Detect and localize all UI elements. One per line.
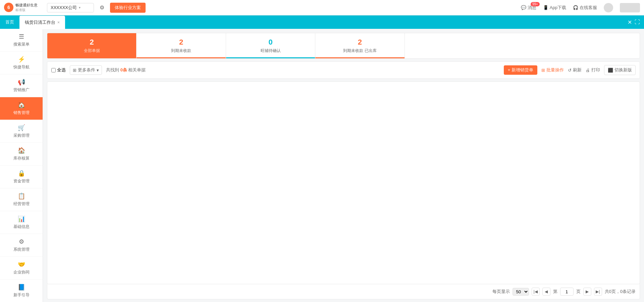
sidebar-item-enterprise[interactable]: 🤝 企业协同 bbox=[0, 257, 43, 280]
sidebar-label-sales: 销售管理 bbox=[13, 110, 30, 116]
sidebar-item-search-menu[interactable]: ☰ 搜索菜单 bbox=[0, 29, 43, 52]
sidebar-label-enterprise: 企业协同 bbox=[13, 269, 30, 275]
sidebar: ☰ 搜索菜单 ⚡ 快捷导航 📢 营销推广 🏠 销售管理 🛒 采购管理 🏠 库存核… bbox=[0, 29, 43, 302]
select-all-checkbox[interactable]: 全选 bbox=[51, 67, 66, 73]
per-page-select[interactable]: 50 bbox=[513, 288, 529, 296]
stats-spacer bbox=[405, 33, 640, 58]
page-input[interactable] bbox=[560, 288, 574, 296]
switch-version-button[interactable]: ⬛ 切换新版 bbox=[604, 65, 636, 75]
stat-card-all[interactable]: 2 全部单据 bbox=[47, 33, 137, 58]
found-suffix: 相关单据 bbox=[128, 67, 146, 72]
stat-underline-pending bbox=[226, 57, 315, 58]
main-content: 2 全部单据 2 到期未收款 0 旺辅待确认 2 到期未收款 已出库 bbox=[43, 29, 644, 302]
marketing-icon: 📢 bbox=[18, 78, 25, 86]
found-prefix: 共找到 bbox=[106, 67, 119, 72]
sidebar-item-quick-nav[interactable]: ⚡ 快捷导航 bbox=[0, 52, 43, 74]
search-menu-icon: ☰ bbox=[19, 33, 24, 40]
prev-page-button[interactable]: ◀ bbox=[542, 288, 550, 296]
tab-home-label: 首页 bbox=[5, 19, 14, 25]
trial-button[interactable]: 体验行业方案 bbox=[110, 3, 146, 13]
close-tab-icon[interactable]: × bbox=[57, 20, 60, 25]
next-page-button[interactable]: ▶ bbox=[583, 288, 591, 296]
enterprise-icon: 🤝 bbox=[18, 261, 25, 268]
refresh-button[interactable]: ↺ 刷新 bbox=[568, 67, 582, 73]
layout: ☰ 搜索菜单 ⚡ 快捷导航 📢 营销推广 🏠 销售管理 🛒 采购管理 🏠 库存核… bbox=[0, 29, 644, 302]
user-name-area bbox=[620, 3, 640, 12]
maximize-window-button[interactable]: ⛶ bbox=[635, 19, 640, 25]
system-icon: ⚙ bbox=[19, 238, 24, 245]
sidebar-item-basic-info[interactable]: 📊 基础信息 bbox=[0, 211, 43, 234]
switch-label: 切换新版 bbox=[614, 67, 632, 73]
table-area bbox=[47, 81, 640, 284]
stats-row: 2 全部单据 2 到期未收款 0 旺辅待确认 2 到期未收款 已出库 bbox=[47, 33, 640, 59]
stat-label-out: 到期未收款 已出库 bbox=[321, 48, 399, 54]
stat-label-pending: 旺辅待确认 bbox=[231, 48, 310, 54]
logo-text-block: 畅捷通好生意 标准版 bbox=[15, 3, 38, 12]
sidebar-item-purchase[interactable]: 🛒 采购管理 bbox=[0, 120, 43, 143]
print-button[interactable]: 🖨 打印 bbox=[586, 67, 600, 73]
refresh-label: 刷新 bbox=[573, 67, 582, 73]
select-all-input[interactable] bbox=[51, 68, 56, 72]
stat-card-out[interactable]: 2 到期未收款 已出库 bbox=[315, 33, 405, 58]
stat-number-overdue: 2 bbox=[142, 38, 220, 47]
logo-area: 6 畅捷通好生意 标准版 bbox=[4, 3, 47, 12]
pagination-summary: 共0页，0条记录 bbox=[605, 289, 636, 295]
refresh-icon: ↺ bbox=[568, 68, 572, 73]
stat-label-overdue: 到期未收款 bbox=[142, 48, 220, 54]
more-filters-button[interactable]: ⊞ 更多条件 ▾ bbox=[70, 65, 102, 75]
sidebar-item-sales[interactable]: 🏠 销售管理 bbox=[0, 97, 43, 120]
messages-button[interactable]: 💬 消息 99+ bbox=[521, 5, 536, 11]
company-name: XXXXXX公司 bbox=[51, 5, 77, 11]
stat-number-out: 2 bbox=[321, 38, 399, 47]
company-selector[interactable]: XXXXXX公司 ▾ bbox=[47, 3, 94, 12]
new-sales-order-button[interactable]: + 新增销货单 bbox=[504, 65, 537, 75]
logo-text: 畅捷通好生意 bbox=[15, 3, 38, 7]
stat-underline-out bbox=[315, 57, 404, 58]
inventory-icon: 🏠 bbox=[18, 147, 25, 154]
online-service-button[interactable]: 🎧 在线客服 bbox=[573, 5, 597, 11]
app-download-button[interactable]: 📱 App下载 bbox=[543, 5, 566, 11]
purchase-icon: 🛒 bbox=[18, 124, 25, 131]
sidebar-item-inventory[interactable]: 🏠 库存核算 bbox=[0, 143, 43, 166]
sidebar-item-operations[interactable]: 📋 经营管理 bbox=[0, 188, 43, 211]
nav-tabs: 首页 钱货日清工作台 × ✕ ⛶ bbox=[0, 15, 644, 29]
stat-underline-all bbox=[47, 57, 136, 58]
sidebar-label-guide: 新手引导 bbox=[13, 292, 30, 298]
tab-workbench[interactable]: 钱货日清工作台 × bbox=[19, 16, 65, 29]
sidebar-item-marketing[interactable]: 📢 营销推广 bbox=[0, 74, 43, 97]
per-page-label: 每页显示 bbox=[492, 289, 510, 295]
avatar[interactable] bbox=[604, 3, 613, 12]
gear-icon: ⚙ bbox=[100, 4, 104, 11]
sidebar-label-system: 系统管理 bbox=[13, 247, 30, 252]
guide-icon: 📘 bbox=[18, 284, 25, 291]
settings-button[interactable]: ⚙ bbox=[97, 2, 107, 13]
batch-ops-button[interactable]: ⊞ 批量操作 bbox=[541, 67, 564, 73]
sidebar-item-guide[interactable]: 📘 新手引导 bbox=[0, 280, 43, 302]
stat-label-all: 全部单据 bbox=[53, 48, 131, 54]
last-page-button[interactable]: ▶| bbox=[594, 288, 602, 296]
sidebar-item-finance[interactable]: 🔒 资金管理 bbox=[0, 166, 43, 188]
sidebar-item-system[interactable]: ⚙ 系统管理 bbox=[0, 234, 43, 257]
header-right: 💬 消息 99+ 📱 App下载 🎧 在线客服 bbox=[521, 3, 640, 12]
sidebar-label-operations: 经营管理 bbox=[13, 201, 30, 207]
chevron-down-icon: ▾ bbox=[79, 6, 80, 9]
sidebar-label-search-menu: 搜索菜单 bbox=[13, 42, 30, 47]
message-icon: 💬 bbox=[521, 5, 526, 10]
download-icon: 📱 bbox=[543, 5, 548, 10]
toolbar-right: + 新增销货单 ⊞ 批量操作 ↺ 刷新 🖨 打印 ⬛ 切换新版 bbox=[504, 65, 636, 75]
batch-ops-label: 批量操作 bbox=[546, 67, 564, 73]
tab-home[interactable]: 首页 bbox=[0, 15, 19, 29]
print-icon: 🖨 bbox=[586, 68, 590, 73]
chevron-down-icon: ▾ bbox=[97, 68, 99, 73]
first-page-button[interactable]: |◀ bbox=[532, 288, 540, 296]
operations-icon: 📋 bbox=[18, 192, 25, 200]
sidebar-label-inventory: 库存核算 bbox=[13, 156, 30, 161]
nav-tab-actions: ✕ ⛶ bbox=[628, 19, 644, 25]
toolbar: 全选 ⊞ 更多条件 ▾ 共找到 0条 相关单据 + 新增销货单 ⊞ 批量操作 ↺ bbox=[47, 61, 640, 79]
print-label: 打印 bbox=[591, 67, 600, 73]
switch-icon: ⬛ bbox=[608, 68, 613, 73]
stat-card-pending[interactable]: 0 旺辅待确认 bbox=[226, 33, 315, 58]
close-window-button[interactable]: ✕ bbox=[628, 19, 632, 25]
stat-card-overdue[interactable]: 2 到期未收款 bbox=[137, 33, 226, 58]
top-header: 6 畅捷通好生意 标准版 XXXXXX公司 ▾ ⚙ 体验行业方案 💬 消息 99… bbox=[0, 0, 644, 15]
